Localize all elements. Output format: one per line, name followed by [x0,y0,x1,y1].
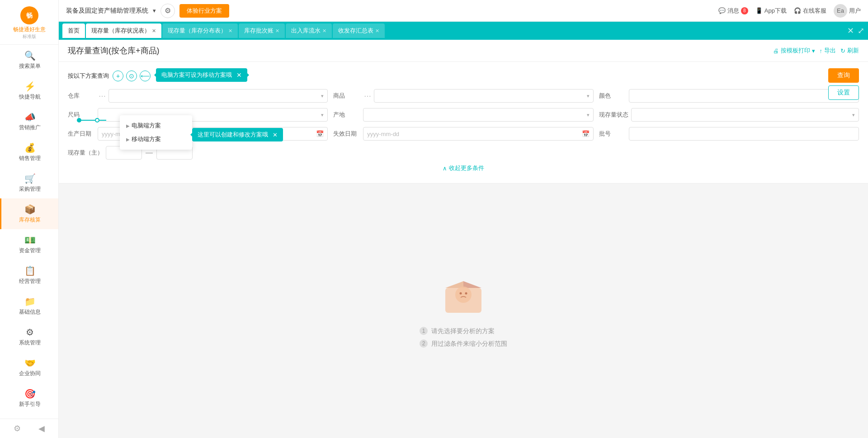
basic-nav-icon: 📁 [24,296,36,307]
filter-origin-group: 产地 ▾ [333,108,593,122]
sidebar-item-sales[interactable]: 💰 销售管理 [0,137,58,168]
empty-svg [436,272,491,317]
print-template-button[interactable]: 🖨 按模板打印 ▾ [773,47,815,55]
sidebar-item-inventory[interactable]: 📦 库存核算 [0,198,58,229]
sidebar-item-basic[interactable]: 📁 基础信息 [0,291,58,321]
tab-summary[interactable]: 收发存汇总表 ✕ [333,24,385,38]
tab-inventory-status[interactable]: 现存量（库存状况表） ✕ [86,24,161,38]
app-download-button[interactable]: 📱 App下载 [755,7,787,15]
batch-no-input[interactable] [629,127,859,141]
collapse-sidebar-icon[interactable]: ◀ [38,424,45,433]
connector-dots [77,118,106,122]
experience-button[interactable]: 体验行业方案 [179,4,229,18]
sidebar-bottom: ⚙ ◀ [0,419,58,438]
tab-home-label: 首页 [68,27,80,35]
main-area: 装备及固定资产辅助管理系统 ▾ ⚙ 体验行业方案 💬 消息 8 📱 App下载 … [59,0,868,438]
svg-point-3 [455,287,472,303]
goods-label: 商品 [333,92,360,100]
sidebar-item-system[interactable]: ⚙ 系统管理 [0,321,58,352]
top-header: 装备及固定资产辅助管理系统 ▾ ⚙ 体验行业方案 💬 消息 8 📱 App下载 … [59,0,868,22]
scheme-tooltip-1-close[interactable]: ✕ [236,71,242,79]
tab-summary-label: 收发存汇总表 [338,27,373,35]
filter-area: 按以下方案查询 + ⊙ ⟵ 电脑方案可设为移动方案哦 ✕ [59,62,868,184]
svg-text:畅: 畅 [26,12,33,19]
inventory-status-select[interactable]: ▾ [631,108,859,122]
user-avatar[interactable]: Ea 用户 [834,4,861,18]
empty-hint-1: 1 请先选择要分析的方案 [420,325,507,337]
system-nav-icon: ⚙ [26,327,34,338]
sidebar-nav: 🔍 搜索菜单 ⚡ 快捷导航 📣 营销推广 💰 销售管理 🛒 采购管理 📦 库存核… [0,45,58,419]
sidebar-item-purchase[interactable]: 🛒 采购管理 [0,168,58,198]
production-calendar-icon[interactable]: 📅 [316,130,324,137]
gear-button[interactable]: ⚙ [160,4,175,18]
tab-inventory-dist[interactable]: 现存量（库存分布表） ✕ [162,24,238,38]
sidebar-item-marketing[interactable]: 📣 营销推广 [0,106,58,137]
warehouse-label: 仓库 [68,92,95,100]
sidebar-item-operation[interactable]: 📋 经营管理 [0,260,58,291]
quantity-range: — [106,146,859,160]
goods-arrow-icon: ▾ [587,93,590,99]
tab-inout-flow-close[interactable]: ✕ [322,28,326,34]
tab-inventory-status-label: 现存量（库存状况表） [91,27,150,35]
tabs-bar: 首页 现存量（库存状况表） ✕ 现存量（库存分布表） ✕ 库存批次账 ✕ 出入库… [59,22,868,40]
table-area: 1 请先选择要分析的方案 2 用过滤条件来缩小分析范围 [59,184,868,438]
add-scheme-button[interactable]: + [113,71,123,81]
sidebar-item-guide[interactable]: 🎯 新手引导 [0,383,58,414]
collapse-conditions-button[interactable]: ∧ 收起更多条件 [68,160,859,177]
tab-inventory-status-close[interactable]: ✕ [152,28,156,34]
scheme-item-pc[interactable]: ▶ 电脑端方案 [120,119,192,132]
dot-1 [77,118,81,122]
filter-batch-no-group: 批号 [599,127,859,141]
edit-scheme-button[interactable]: ⊙ [126,71,137,81]
sidebar-item-finance[interactable]: 💵 资金管理 [0,229,58,260]
scheme-tooltip-1-text: 电脑方案可设为移动方案哦 [161,71,232,79]
tab-inventory-batch[interactable]: 库存批次账 ✕ [239,24,285,38]
size-arrow-icon: ▾ [321,112,324,118]
warehouse-arrow-icon: ▾ [321,93,324,99]
online-support-button[interactable]: 🎧 在线客服 [794,7,826,15]
header-left: 装备及固定资产辅助管理系统 ▾ ⚙ 体验行业方案 [66,4,229,18]
system-selector[interactable]: ▾ [153,7,156,14]
sidebar-item-search[interactable]: 🔍 搜索菜单 [0,45,58,75]
warehouse-select[interactable]: ▾ [108,89,328,103]
messages-button[interactable]: 💬 消息 8 [718,7,748,15]
tab-inventory-dist-label: 现存量（库存分布表） [168,27,226,35]
message-badge: 8 [741,7,748,14]
refresh-button[interactable]: ↻ 刷新 [840,47,859,55]
sidebar-item-collab[interactable]: 🤝 企业协同 [0,352,58,383]
batch-no-label: 批号 [599,130,626,138]
search-button[interactable]: 查询 [828,68,859,83]
scheme-item-mobile[interactable]: ▶ 移动端方案 [120,132,192,146]
filter-goods-group: 商品 ⋯ ▾ [333,89,593,103]
close-all-tabs-icon[interactable]: ✕ [847,26,854,36]
tab-inout-flow[interactable]: 出入库流水 ✕ [286,24,332,38]
page-actions: 🖨 按模板打印 ▾ ↑ 导出 ↻ 刷新 [773,47,859,55]
warehouse-dots: ⋯ [99,92,106,100]
scheme-tooltip-2-close[interactable]: ✕ [273,132,278,138]
reset-button[interactable]: 设置 [828,85,859,100]
tab-inventory-batch-close[interactable]: ✕ [275,28,279,34]
sidebar-logo: 畅 畅捷通好生意 标准版 [0,0,58,45]
tab-inventory-dist-close[interactable]: ✕ [228,28,232,34]
color-select[interactable]: ▾ [629,89,859,103]
hint-text-1: 请先选择要分析的方案 [431,325,495,337]
production-date-label: 生产日期 [68,130,95,138]
sidebar-item-shortcut[interactable]: ⚡ 快捷导航 [0,75,58,106]
export-button[interactable]: ↑ 导出 [820,47,836,55]
maximize-icon[interactable]: ⤢ [858,26,864,36]
scheme-dropdown: ▶ 电脑端方案 ▶ 移动端方案 [120,115,192,150]
origin-select[interactable]: ▾ [363,108,593,122]
filter-warehouse-group: 仓库 ⋯ ▾ [68,89,328,103]
goods-select[interactable]: ▾ [374,89,593,103]
finance-nav-icon: 💵 [24,235,36,245]
tab-home[interactable]: 首页 [62,24,85,38]
settings-icon[interactable]: ⚙ [14,424,21,433]
back-scheme-button[interactable]: ⟵ [140,71,151,81]
tab-summary-close[interactable]: ✕ [375,28,379,34]
filter-expiry-date-group: 失效日期 yyyy-mm-dd 📅 [333,127,593,141]
tab-inout-flow-label: 出入库流水 [291,27,321,35]
expiry-date-input[interactable]: yyyy-mm-dd 📅 [363,127,593,141]
filter-controls: + ⊙ ⟵ [113,71,151,81]
avatar-image: Ea [834,4,847,18]
expiry-calendar-icon[interactable]: 📅 [582,130,590,137]
